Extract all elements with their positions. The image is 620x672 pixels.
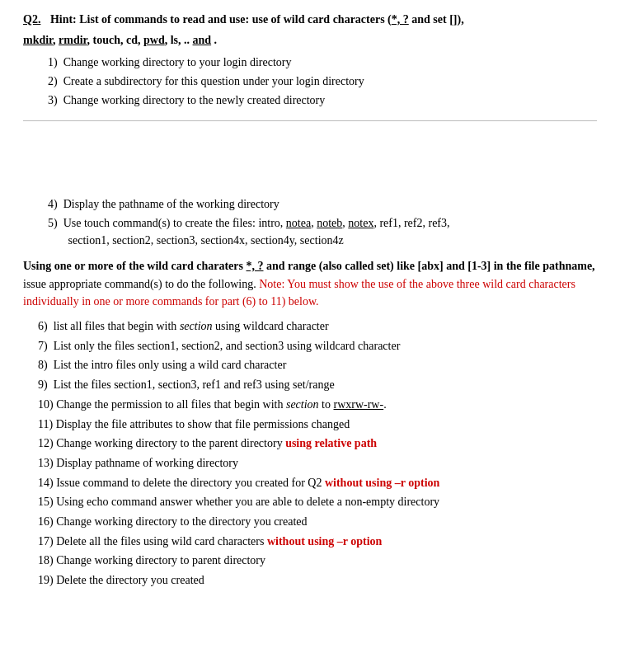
hint-label: Hint: List of commands to read and use: … (50, 13, 464, 26)
item-11: 11) Display the file attributes to show … (38, 416, 597, 434)
item-9: 9) List the files section1, section3, re… (38, 376, 597, 394)
wildcard-bold-text: Using one or more of the wild card chara… (23, 260, 595, 272)
q2-item-5: 5) Use touch command(s) to create the fi… (48, 214, 597, 249)
q2-item-2: 2) Create a subdirectory for this questi… (48, 73, 597, 90)
wildcard-section: Using one or more of the wild card chara… (23, 257, 597, 311)
and-cmd: and (193, 34, 212, 46)
mkdir-cmd: mkdir (23, 34, 53, 46)
q2-number: Q2. (23, 13, 40, 26)
pwd-cmd: pwd (143, 34, 165, 46)
item-14-red: without using –r option (325, 477, 439, 489)
item-8: 8) List the intro files only using a wil… (38, 356, 597, 374)
dot-cmd: . (211, 34, 217, 46)
q2-item-4: 4) Display the pathname of the working d… (48, 195, 597, 213)
item-6: 6) list all files that begin with sectio… (38, 317, 597, 336)
notea: notea (286, 217, 311, 229)
noteb: noteb (317, 217, 342, 229)
q2-header: Q2. Hint: List of commands to read and u… (23, 13, 597, 26)
item-10-italic: section (286, 398, 319, 411)
item-7: 7) List only the files section1, section… (38, 337, 597, 355)
item-10: 10) Change the permission to all files t… (38, 396, 597, 414)
spacer (23, 121, 597, 195)
item-12: 12) Change working directory to the pare… (38, 435, 597, 453)
q2-items-list: 1) Change working directory to your logi… (23, 54, 597, 109)
item-17: 17) Delete all the files using wild card… (38, 533, 597, 551)
q2-item-1: 1) Change working directory to your logi… (48, 54, 597, 71)
item-13: 13) Display pathname of working director… (38, 454, 597, 472)
rmdir-cmd: rmdir (59, 34, 87, 46)
notex: notex (348, 217, 373, 229)
numbered-items-list: 6) list all files that begin with sectio… (23, 317, 597, 590)
item-12-red: using relative path (285, 437, 377, 449)
item-18: 18) Change working directory to parent d… (38, 552, 597, 570)
item-15: 15) Using echo command answer whether yo… (38, 493, 597, 511)
q2-items-4-5: 4) Display the pathname of the working d… (23, 195, 597, 249)
q2-item-3: 3) Change working directory to the newly… (48, 92, 597, 109)
item-17-red: without using –r option (267, 535, 382, 547)
item-6-italic: section (180, 320, 213, 332)
item-10-perm: rwxrw-rw- (334, 398, 384, 411)
wildcard-chars: *, ? (392, 13, 409, 26)
item-19: 19) Delete the directory you created (38, 571, 597, 590)
item-14: 14) Issue command to delete the director… (38, 474, 597, 492)
wildcard-normal-text: issue appropriate command(s) to do the f… (23, 278, 259, 290)
hint-commands: mkdir, rmdir, touch, cd, pwd, ls, .. and… (23, 31, 597, 49)
item-16: 16) Change working directory to the dire… (38, 513, 597, 531)
